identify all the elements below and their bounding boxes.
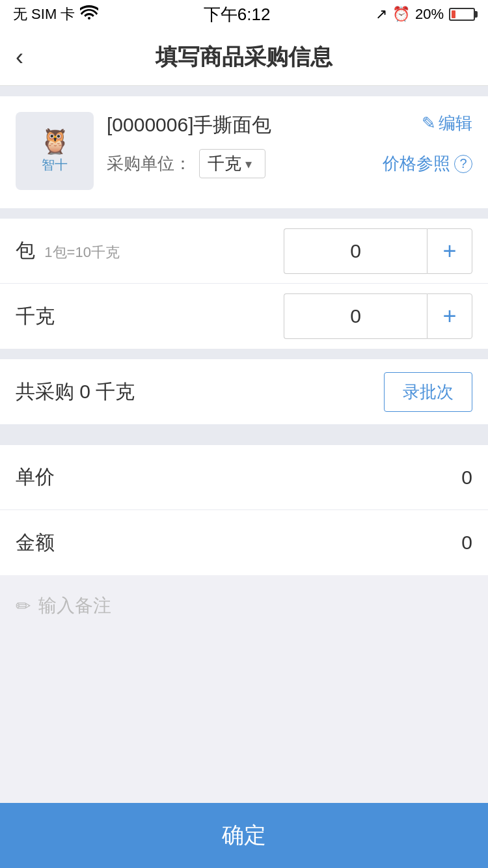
product-unit-row: 采购单位： 千克 ▾ 价格参照 ? (107, 149, 472, 178)
product-card: 🦉 智十 [0000006]手撕面包 ✎ 编辑 采购单位： 千克 ▾ 价格参照 … (0, 96, 488, 208)
form-row-kg: 千克 + (0, 284, 488, 349)
product-name: [0000006]手撕面包 (107, 112, 271, 139)
kg-label: 千克 (16, 303, 120, 330)
help-icon: ? (454, 155, 472, 173)
battery-indicator (449, 8, 475, 21)
kg-input[interactable] (284, 293, 427, 339)
status-bar: 无 SIM 卡 下午6:12 ↗ ⏰ 20% (0, 0, 488, 29)
owl-label: 智十 (42, 156, 68, 174)
form-row-bag: 包 1包=10千克 + (0, 219, 488, 284)
confirm-button[interactable]: 确定 (0, 803, 488, 868)
total-label: 共采购 0 千克 (16, 379, 135, 405)
bag-input-group: + (120, 228, 472, 274)
unit-price-row: 单价 0 (0, 445, 488, 510)
chevron-down-icon: ▾ (245, 156, 252, 172)
status-time: 下午6:12 (204, 3, 271, 26)
price-reference-button[interactable]: 价格参照 ? (383, 152, 472, 175)
kg-plus-button[interactable]: + (427, 293, 472, 339)
kg-input-group: + (120, 293, 472, 339)
remark-section: ✏ 输入备注 (0, 575, 488, 705)
bag-label: 包 1包=10千克 (16, 237, 120, 264)
product-image: 🦉 智十 (16, 112, 94, 190)
unit-label: 采购单位： (107, 152, 191, 175)
no-sim-label: 无 SIM 卡 (13, 5, 75, 24)
alarm-icon: ⏰ (392, 6, 410, 23)
unit-price-value: 0 (461, 467, 472, 489)
wifi-icon (80, 5, 98, 23)
unit-select-dropdown[interactable]: 千克 ▾ (199, 149, 265, 178)
unit-left: 采购单位： 千克 ▾ (107, 149, 265, 178)
status-right: ↗ ⏰ 20% (375, 6, 475, 23)
remark-placeholder: 输入备注 (38, 593, 111, 618)
top-divider (0, 86, 488, 96)
batch-button[interactable]: 录批次 (384, 372, 472, 412)
bag-input[interactable] (284, 228, 427, 274)
form-section: 包 1包=10千克 + 千克 + (0, 219, 488, 349)
bag-plus-button[interactable]: + (427, 228, 472, 274)
total-row: 共采购 0 千克 录批次 (0, 359, 488, 424)
nav-bar: ‹ 填写商品采购信息 (0, 29, 488, 86)
back-button[interactable]: ‹ (16, 44, 23, 71)
info-section: 单价 0 金额 0 (0, 435, 488, 575)
amount-row: 金额 0 (0, 510, 488, 575)
mid-divider-2 (0, 424, 488, 435)
total-section: 共采购 0 千克 录批次 (0, 349, 488, 424)
bottom-area: 确定 (0, 803, 488, 868)
amount-value: 0 (461, 532, 472, 554)
price-ref-label: 价格参照 (383, 152, 450, 175)
page-title: 填写商品采购信息 (156, 42, 332, 72)
edit-icon: ✎ (422, 113, 436, 133)
product-info: [0000006]手撕面包 ✎ 编辑 采购单位： 千克 ▾ 价格参照 ? (107, 112, 472, 178)
bag-label-sub: 1包=10千克 (44, 244, 120, 260)
bag-label-main: 包 (16, 239, 35, 261)
remark-input-row[interactable]: ✏ 输入备注 (16, 593, 472, 618)
edit-label: 编辑 (439, 112, 472, 135)
product-header: [0000006]手撕面包 ✎ 编辑 (107, 112, 472, 139)
amount-label: 金额 (16, 530, 55, 556)
product-logo: 🦉 智十 (40, 112, 70, 190)
edit-button[interactable]: ✎ 编辑 (422, 112, 472, 135)
battery-percent: 20% (415, 6, 444, 23)
unit-value: 千克 (208, 152, 241, 175)
mid-divider-1 (0, 208, 488, 219)
location-icon: ↗ (375, 6, 387, 23)
pencil-icon: ✏ (16, 595, 31, 617)
status-left: 无 SIM 卡 (13, 5, 98, 24)
unit-price-label: 单价 (16, 464, 55, 491)
